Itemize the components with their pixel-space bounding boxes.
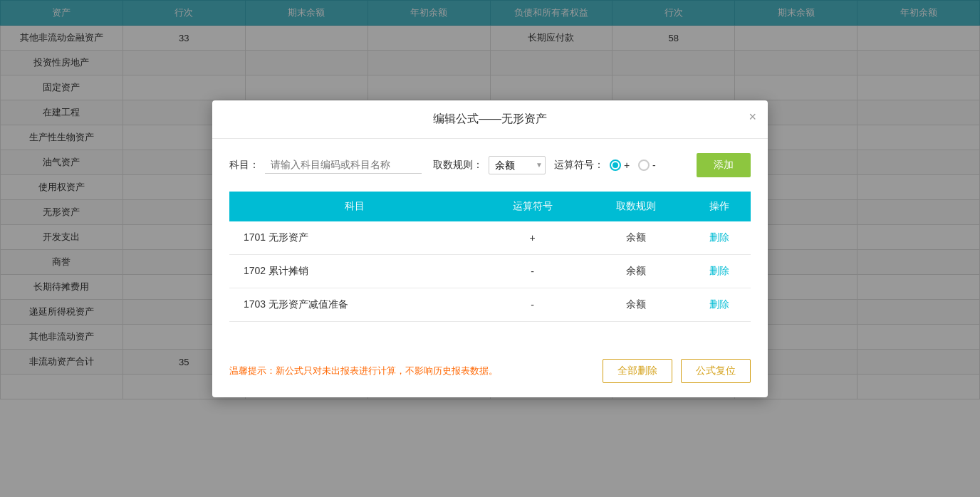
action-cell: 删除	[687, 288, 751, 321]
operator-label: 运算符号：	[554, 159, 604, 172]
action-cell: 删除	[687, 254, 751, 288]
radio-group: + -	[610, 159, 656, 171]
formula-table-header: 运算符号	[481, 192, 584, 221]
delete-row-button[interactable]: 删除	[709, 231, 729, 244]
modal-body: 科目： 取数规则： 余额 借方 贷方 借方发生额 贷方发生额 ▼	[212, 139, 768, 350]
rule-select[interactable]: 余额 借方 贷方 借方发生额 贷方发生额	[489, 156, 546, 174]
rule-cell: 余额	[584, 288, 687, 321]
rule-cell: 余额	[584, 221, 687, 255]
radio-minus[interactable]: -	[638, 159, 656, 171]
rule-cell: 余额	[584, 254, 687, 288]
reset-formula-button[interactable]: 公式复位	[681, 359, 751, 383]
rule-label: 取数规则：	[433, 159, 483, 172]
formula-table-header: 操作	[687, 192, 751, 221]
delete-all-button[interactable]: 全部删除	[603, 359, 672, 383]
table-row: 1701 无形资产+余额删除	[229, 221, 751, 255]
modal-overlay: 编辑公式——无形资产 × 科目： 取数规则： 余额 借方	[0, 0, 980, 497]
footer-tip: 温馨提示：新公式只对未出报表进行计算，不影响历史报表数据。	[229, 365, 498, 377]
modal-header: 编辑公式——无形资产 ×	[212, 100, 768, 139]
table-row: 1703 无形资产减值准备-余额删除	[229, 288, 751, 321]
modal-footer: 温馨提示：新公式只对未出报表进行计算，不影响历史报表数据。 全部删除 公式复位	[212, 350, 768, 397]
operator-cell: -	[481, 254, 584, 288]
subject-group: 科目：	[229, 156, 422, 174]
formula-table: 科目运算符号取数规则操作 1701 无形资产+余额删除1702 累计摊销-余额删…	[229, 192, 751, 322]
rule-select-wrapper: 余额 借方 贷方 借方发生额 贷方发生额 ▼	[489, 156, 543, 174]
form-row: 科目： 取数规则： 余额 借方 贷方 借方发生额 贷方发生额 ▼	[229, 153, 751, 177]
modal-title: 编辑公式——无形资产	[433, 113, 547, 125]
edit-formula-modal: 编辑公式——无形资产 × 科目： 取数规则： 余额 借方	[212, 100, 768, 397]
footer-actions: 全部删除 公式复位	[603, 359, 751, 383]
modal-close-button[interactable]: ×	[749, 110, 756, 123]
operator-group: 运算符号： + -	[554, 159, 656, 172]
subject-label: 科目：	[229, 159, 259, 172]
operator-cell: +	[481, 221, 584, 255]
subject-cell: 1701 无形资产	[229, 221, 481, 255]
radio-minus-circle	[638, 159, 650, 171]
radio-minus-label: -	[652, 159, 656, 171]
table-row: 1702 累计摊销-余额删除	[229, 254, 751, 288]
add-button[interactable]: 添加	[697, 153, 751, 177]
subject-cell: 1702 累计摊销	[229, 254, 481, 288]
operator-cell: -	[481, 288, 584, 321]
action-cell: 删除	[687, 221, 751, 255]
radio-plus-circle	[610, 159, 621, 171]
radio-plus-label: +	[624, 159, 630, 171]
delete-row-button[interactable]: 删除	[709, 298, 729, 311]
rule-group: 取数规则： 余额 借方 贷方 借方发生额 贷方发生额 ▼	[433, 156, 543, 174]
subject-cell: 1703 无形资产减值准备	[229, 288, 481, 321]
formula-table-header: 科目	[229, 192, 481, 221]
formula-table-header: 取数规则	[584, 192, 687, 221]
delete-row-button[interactable]: 删除	[709, 265, 729, 278]
subject-input[interactable]	[265, 156, 422, 174]
radio-plus[interactable]: +	[610, 159, 630, 171]
